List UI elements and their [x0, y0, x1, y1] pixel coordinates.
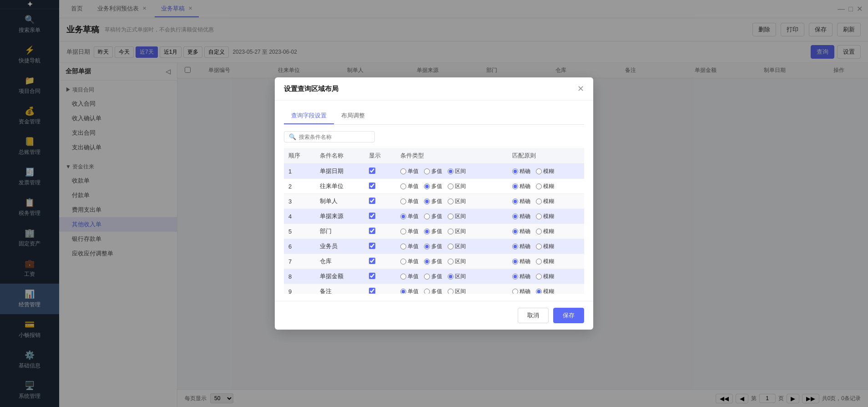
row-type-2: 单值多值区间: [396, 194, 508, 209]
show-checkbox-8[interactable]: [369, 288, 375, 294]
table-row: 4单据来源单值多值区间精确模糊: [284, 209, 584, 224]
row-order-4: 5: [284, 224, 315, 239]
dialog-overlay[interactable]: 设置查询区域布局 ✕ 查询字段设置 布局调整 🔍 顺序 条件名: [0, 0, 868, 407]
table-row: 3制单人单值多值区间精确模糊: [284, 194, 584, 209]
row-match-8: 精确模糊: [508, 284, 584, 294]
settings-table-head: 顺序 条件名称 显示 条件类型 匹配原则: [284, 148, 584, 164]
row-match-0: 精确模糊: [508, 164, 584, 179]
row-type-3: 单值多值区间: [396, 209, 508, 224]
row-name-1: 往来单位: [315, 179, 364, 194]
show-checkbox-1[interactable]: [369, 183, 375, 189]
col-condition-type: 条件类型: [396, 148, 508, 164]
row-match-1: 精确模糊: [508, 179, 584, 194]
row-match-5: 精确模糊: [508, 239, 584, 254]
row-order-3: 4: [284, 209, 315, 224]
dialog-tabs: 查询字段设置 布局调整: [284, 108, 584, 125]
row-match-6: 精确模糊: [508, 254, 584, 269]
dialog-tab-field-settings[interactable]: 查询字段设置: [284, 108, 334, 124]
row-match-4: 精确模糊: [508, 224, 584, 239]
row-show-7: [364, 269, 396, 284]
row-name-2: 制单人: [315, 194, 364, 209]
dialog: 设置查询区域布局 ✕ 查询字段设置 布局调整 🔍 顺序 条件名: [275, 77, 593, 330]
dialog-header: 设置查询区域布局 ✕: [275, 77, 593, 101]
row-type-8: 单值多值区间: [396, 284, 508, 294]
table-row: 2往来单位单值多值区间精确模糊: [284, 179, 584, 194]
table-row: 5部门单值多值区间精确模糊: [284, 224, 584, 239]
row-name-6: 仓库: [315, 254, 364, 269]
dialog-footer: 取消 保存: [275, 301, 593, 330]
dialog-title: 设置查询区域布局: [284, 85, 338, 93]
col-match-rule: 匹配原则: [508, 148, 584, 164]
show-checkbox-4[interactable]: [369, 228, 375, 234]
row-match-7: 精确模糊: [508, 269, 584, 284]
row-type-4: 单值多值区间: [396, 224, 508, 239]
row-type-7: 单值多值区间: [396, 269, 508, 284]
show-checkbox-6[interactable]: [369, 258, 375, 264]
row-show-5: [364, 239, 396, 254]
row-type-5: 单值多值区间: [396, 239, 508, 254]
row-name-7: 单据金额: [315, 269, 364, 284]
row-order-6: 7: [284, 254, 315, 269]
settings-table-body: 1单据日期单值多值区间精确模糊2往来单位单值多值区间精确模糊3制单人单值多值区间…: [284, 164, 584, 294]
row-name-4: 部门: [315, 224, 364, 239]
table-row: 9备注单值多值区间精确模糊: [284, 284, 584, 294]
row-show-8: [364, 284, 396, 294]
settings-table-scroll: 顺序 条件名称 显示 条件类型 匹配原则 1单据日期单值多值区间精确模糊2往来单…: [284, 148, 584, 294]
row-name-8: 备注: [315, 284, 364, 294]
cancel-button[interactable]: 取消: [518, 308, 549, 323]
row-show-6: [364, 254, 396, 269]
row-type-6: 单值多值区间: [396, 254, 508, 269]
row-order-2: 3: [284, 194, 315, 209]
show-checkbox-0[interactable]: [369, 168, 375, 174]
table-row: 7仓库单值多值区间精确模糊: [284, 254, 584, 269]
settings-table: 顺序 条件名称 显示 条件类型 匹配原则 1单据日期单值多值区间精确模糊2往来单…: [284, 148, 584, 294]
row-name-5: 业务员: [315, 239, 364, 254]
show-checkbox-3[interactable]: [369, 213, 375, 219]
show-checkbox-5[interactable]: [369, 243, 375, 249]
col-display: 显示: [364, 148, 396, 164]
row-order-7: 8: [284, 269, 315, 284]
dialog-tab-layout-adjust[interactable]: 布局调整: [334, 108, 372, 124]
row-show-4: [364, 224, 396, 239]
dialog-close-button[interactable]: ✕: [577, 84, 584, 94]
conditions-search-box: 🔍: [284, 131, 375, 142]
table-row: 1单据日期单值多值区间精确模糊: [284, 164, 584, 179]
row-show-2: [364, 194, 396, 209]
save-settings-button[interactable]: 保存: [553, 308, 584, 323]
search-icon: 🔍: [289, 133, 296, 140]
show-checkbox-2[interactable]: [369, 198, 375, 204]
row-show-3: [364, 209, 396, 224]
row-name-3: 单据来源: [315, 209, 364, 224]
row-order-8: 9: [284, 284, 315, 294]
col-order: 顺序: [284, 148, 315, 164]
table-row: 6业务员单值多值区间精确模糊: [284, 239, 584, 254]
row-show-1: [364, 179, 396, 194]
row-order-1: 2: [284, 179, 315, 194]
row-match-3: 精确模糊: [508, 209, 584, 224]
row-show-0: [364, 164, 396, 179]
row-order-5: 6: [284, 239, 315, 254]
dialog-body: 查询字段设置 布局调整 🔍 顺序 条件名称 显示 条件类型: [275, 101, 593, 301]
row-match-2: 精确模糊: [508, 194, 584, 209]
conditions-search-input[interactable]: [299, 134, 363, 140]
row-name-0: 单据日期: [315, 164, 364, 179]
col-condition-name: 条件名称: [315, 148, 364, 164]
row-type-0: 单值多值区间: [396, 164, 508, 179]
row-type-1: 单值多值区间: [396, 179, 508, 194]
show-checkbox-7[interactable]: [369, 273, 375, 279]
table-row: 8单据金额单值多值区间精确模糊: [284, 269, 584, 284]
row-order-0: 1: [284, 164, 315, 179]
